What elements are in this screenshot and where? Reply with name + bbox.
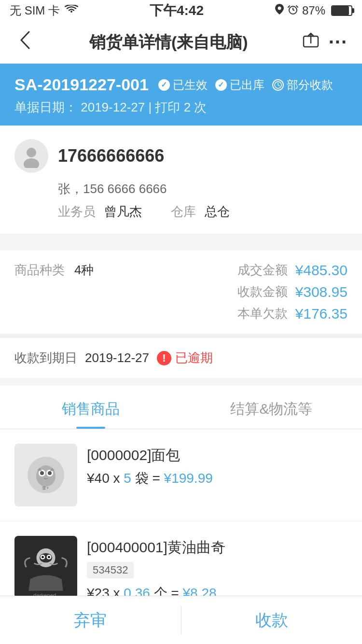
share-button[interactable]: [303, 32, 319, 52]
avatar: [14, 139, 48, 173]
deal-amount-label: 成交金额: [237, 262, 288, 279]
stats-section: 商品种类 4种 成交金额 ¥485.30 收款金额 ¥308.95 本单欠款 ¥…: [0, 250, 362, 334]
stats-row: 商品种类 4种 成交金额 ¥485.30 收款金额 ¥308.95 本单欠款 ¥…: [14, 262, 348, 322]
product-info-2: [000400001]黄油曲奇 534532 ¥23 x 0.36 个 = ¥8…: [87, 536, 348, 602]
due-date-value: 2019-12-27: [85, 350, 149, 365]
battery-icon: [331, 5, 352, 16]
product-name-2: [000400001]黄油曲奇: [87, 538, 348, 558]
order-id-row: SA-20191227-001 ✓ 已生效 ✓ 已出库 部分收款: [14, 75, 348, 94]
nav-bar: 销货单详情(来自电脑) ···: [0, 21, 362, 64]
amount-row-deal: 成交金额 ¥485.30: [237, 262, 348, 279]
customer-name-phone: 张，156 6666 6666: [14, 181, 348, 197]
owed-amount-value: ¥176.35: [295, 306, 348, 322]
print-label: 打印: [155, 100, 180, 114]
collect-button[interactable]: 收款: [181, 596, 362, 644]
status-badges: ✓ 已生效 ✓ 已出库 部分收款: [158, 77, 333, 93]
due-date-label: 收款到期日: [14, 350, 77, 366]
customer-row: 17666666666: [14, 139, 348, 173]
product-name-1: [0000002]面包: [87, 446, 348, 465]
product-total-1: ¥199.99: [164, 471, 213, 486]
clock-icon-partial: [272, 79, 284, 91]
stats-left: 商品种类 4种: [14, 262, 94, 279]
amount-row-collected: 收款金额 ¥308.95: [237, 283, 348, 300]
page-title: 销货单详情(来自电脑): [35, 31, 303, 54]
print-count: 2: [184, 100, 191, 114]
salesperson-label: 业务员: [58, 204, 96, 219]
warehouse-label: 仓库: [171, 204, 196, 219]
product-item-1: 量+ [0000002]面包 ¥40 x 5 袋 = ¥199.99: [0, 429, 362, 521]
status-bar: 无 SIM 卡 下午4:42 87: [0, 0, 362, 21]
warehouse-value: 总仓: [205, 204, 230, 219]
battery-percent: 87%: [302, 4, 325, 17]
product-price-row-1: ¥40 x 5 袋 = ¥199.99: [87, 469, 348, 488]
alarm-icon: [288, 4, 298, 17]
print-separator: |: [148, 100, 155, 114]
status-left: 无 SIM 卡: [10, 3, 78, 18]
print-unit: 次: [194, 100, 207, 114]
collected-amount-value: ¥308.95: [295, 284, 348, 300]
badge-activated-label: 已生效: [173, 77, 208, 93]
overdue-badge: ! 已逾期: [157, 350, 213, 366]
wifi-icon: [65, 4, 78, 17]
badge-activated: ✓ 已生效: [158, 77, 208, 93]
location-icon: [275, 4, 284, 17]
collect-label: 收款: [255, 609, 288, 631]
svg-point-15: [48, 471, 52, 475]
product-thumb-2: darkened: [14, 536, 77, 599]
svg-point-8: [27, 148, 36, 157]
tab-products[interactable]: 销售商品: [0, 386, 181, 429]
product-multiply-1: x: [113, 471, 124, 486]
status-right: 87%: [275, 4, 352, 17]
svg-point-23: [48, 556, 50, 558]
product-qty-1: 5: [124, 471, 131, 486]
order-id: SA-20191227-001: [14, 75, 149, 94]
tab-settlement[interactable]: 结算&物流等: [181, 386, 362, 429]
back-button[interactable]: [14, 26, 35, 58]
more-button[interactable]: ···: [329, 31, 348, 53]
reject-button[interactable]: 弃审: [0, 596, 181, 644]
product-tag-2: 534532: [87, 562, 134, 578]
deal-amount-value: ¥485.30: [295, 262, 348, 279]
badge-shipped-label: 已出库: [230, 77, 265, 93]
due-date-section: 收款到期日 2019-12-27 ! 已逾期: [0, 334, 362, 378]
tab-products-label: 销售商品: [62, 401, 120, 417]
product-thumb-1: 量+: [14, 444, 77, 506]
category-label: 商品种类: [14, 262, 65, 279]
svg-point-0: [278, 7, 281, 10]
carrier-text: 无 SIM 卡: [10, 3, 60, 18]
order-date-row: 单据日期： 2019-12-27 | 打印 2 次: [14, 99, 348, 116]
stats-right: 成交金额 ¥485.30 收款金额 ¥308.95 本单欠款 ¥176.35: [237, 262, 348, 322]
overdue-label: 已逾期: [175, 350, 213, 366]
badge-partial: 部分收款: [272, 77, 333, 93]
nav-actions: ···: [303, 31, 348, 53]
warehouse-section: 仓库 总仓: [171, 203, 230, 220]
products-section: 量+ [0000002]面包 ¥40 x 5 袋 = ¥199.99: [0, 429, 362, 617]
customer-phone: 17666666666: [58, 146, 164, 166]
svg-text:量+: 量+: [42, 486, 49, 490]
owed-amount-label: 本单欠款: [237, 305, 288, 322]
sep-1: [0, 234, 362, 242]
date-label: 单据日期：: [14, 100, 77, 114]
amount-row-owed: 本单欠款 ¥176.35: [237, 305, 348, 322]
overdue-icon: !: [157, 351, 171, 365]
check-icon-shipped: ✓: [215, 79, 227, 91]
product-price-1: ¥40: [87, 471, 110, 486]
status-time: 下午4:42: [150, 1, 204, 20]
customer-info-row: 业务员 曾凡杰 仓库 总仓: [14, 203, 348, 220]
svg-point-22: [42, 556, 44, 558]
tabs-section: 销售商品 结算&物流等: [0, 386, 362, 429]
tabs-row: 销售商品 结算&物流等: [0, 386, 362, 429]
reject-label: 弃审: [74, 609, 107, 631]
tab-settlement-label: 结算&物流等: [230, 401, 312, 417]
badge-shipped: ✓ 已出库: [215, 77, 265, 93]
svg-point-9: [24, 158, 39, 168]
customer-section: 17666666666 张，156 6666 6666 业务员 曾凡杰 仓库 总…: [0, 126, 362, 234]
salesperson-value: 曾凡杰: [104, 204, 142, 219]
svg-point-14: [40, 471, 44, 475]
badge-partial-label: 部分收款: [287, 77, 333, 93]
product-eq-1: =: [152, 471, 164, 486]
tab-underline: [76, 427, 105, 429]
svg-line-7: [278, 85, 279, 86]
collected-amount-label: 收款金额: [237, 283, 288, 300]
product-unit-1: 袋: [135, 471, 149, 486]
